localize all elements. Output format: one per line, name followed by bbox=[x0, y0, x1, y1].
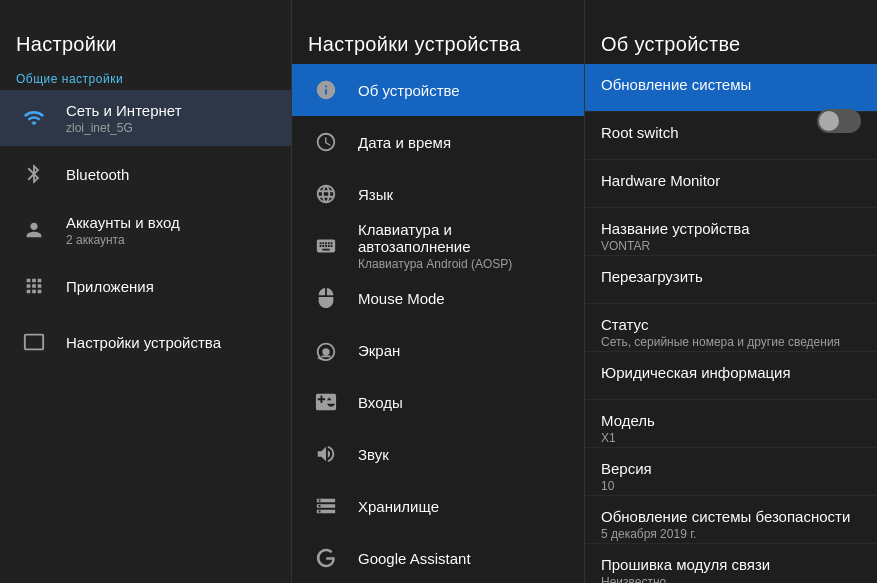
right-item-firmware[interactable]: Прошивка модуля связи Неизвестно bbox=[585, 544, 877, 583]
language-title: Язык bbox=[358, 186, 393, 203]
mid-item-keyboard[interactable]: Клавиатура и автозаполнение Клавиатура A… bbox=[292, 220, 584, 272]
version-value: 10 bbox=[601, 479, 861, 493]
storage-text: Хранилище bbox=[358, 498, 439, 515]
left-panel: Настройки Общие настройки Сеть и Интерне… bbox=[0, 0, 292, 583]
status-subtitle: Сеть, серийные номера и другие сведения bbox=[601, 335, 861, 349]
inputs-icon bbox=[308, 384, 344, 420]
mid-item-datetime[interactable]: Дата и время bbox=[292, 116, 584, 168]
mid-item-sound[interactable]: Звук bbox=[292, 428, 584, 480]
right-item-root-switch[interactable]: Root switch bbox=[585, 112, 877, 160]
network-text: Сеть и Интернет zloi_inet_5G bbox=[66, 102, 182, 135]
mid-item-storage[interactable]: Хранилище bbox=[292, 480, 584, 532]
datetime-text: Дата и время bbox=[358, 134, 451, 151]
google-icon bbox=[308, 540, 344, 576]
sidebar-item-apps[interactable]: Приложения bbox=[0, 258, 291, 314]
mid-item-language[interactable]: Язык bbox=[292, 168, 584, 220]
root-switch-toggle[interactable] bbox=[817, 109, 861, 133]
clock-icon bbox=[308, 124, 344, 160]
system-update-title: Обновление системы bbox=[601, 76, 861, 93]
info-icon bbox=[308, 72, 344, 108]
model-title: Модель bbox=[601, 412, 861, 429]
security-update-date: 5 декабря 2019 г. bbox=[601, 527, 861, 541]
legal-title: Юридическая информация bbox=[601, 364, 861, 381]
google-text: Google Assistant bbox=[358, 550, 471, 567]
right-item-device-name[interactable]: Название устройства VONTAR bbox=[585, 208, 877, 256]
right-panel-header: Об устройстве bbox=[585, 0, 877, 64]
datetime-title: Дата и время bbox=[358, 134, 451, 151]
screen-text: Экран bbox=[358, 342, 400, 359]
right-item-status[interactable]: Статус Сеть, серийные номера и другие св… bbox=[585, 304, 877, 352]
keyboard-text: Клавиатура и автозаполнение Клавиатура A… bbox=[358, 221, 568, 271]
language-text: Язык bbox=[358, 186, 393, 203]
sidebar-item-device-settings[interactable]: Настройки устройства bbox=[0, 314, 291, 370]
mid-panel: Настройки устройства Об устройстве Дата … bbox=[292, 0, 585, 583]
google-title: Google Assistant bbox=[358, 550, 471, 567]
security-update-title: Обновление системы безопасности bbox=[601, 508, 861, 525]
keyboard-icon bbox=[308, 228, 344, 264]
left-panel-title: Настройки bbox=[16, 33, 117, 56]
sidebar-item-network[interactable]: Сеть и Интернет zloi_inet_5G bbox=[0, 90, 291, 146]
device-settings-icon bbox=[16, 324, 52, 360]
storage-title: Хранилище bbox=[358, 498, 439, 515]
language-icon bbox=[308, 176, 344, 212]
bluetooth-title: Bluetooth bbox=[66, 166, 129, 183]
mid-panel-title: Настройки устройства bbox=[308, 33, 521, 56]
hardware-monitor-title: Hardware Monitor bbox=[601, 172, 861, 189]
left-panel-header: Настройки bbox=[0, 0, 291, 64]
about-text: Об устройстве bbox=[358, 82, 460, 99]
right-panel-title: Об устройстве bbox=[601, 33, 741, 56]
sidebar-item-accounts[interactable]: Аккаунты и вход 2 аккаунта bbox=[0, 202, 291, 258]
network-icon bbox=[16, 100, 52, 136]
right-item-model[interactable]: Модель X1 bbox=[585, 400, 877, 448]
right-item-reboot[interactable]: Перезагрузить bbox=[585, 256, 877, 304]
mouse-text: Mouse Mode bbox=[358, 290, 445, 307]
mid-item-about[interactable]: Об устройстве bbox=[292, 64, 584, 116]
bluetooth-icon bbox=[16, 156, 52, 192]
mid-item-screen[interactable]: Экран bbox=[292, 324, 584, 376]
keyboard-title: Клавиатура и автозаполнение bbox=[358, 221, 568, 255]
toggle-knob bbox=[819, 111, 839, 131]
sound-text: Звук bbox=[358, 446, 389, 463]
right-item-security-update[interactable]: Обновление системы безопасности 5 декабр… bbox=[585, 496, 877, 544]
right-item-legal[interactable]: Юридическая информация bbox=[585, 352, 877, 400]
mid-panel-header: Настройки устройства bbox=[292, 0, 584, 64]
mouse-icon bbox=[308, 280, 344, 316]
mid-item-inputs[interactable]: Входы bbox=[292, 376, 584, 428]
root-switch-row: Root switch bbox=[601, 124, 861, 141]
screen-title: Экран bbox=[358, 342, 400, 359]
screen-icon bbox=[308, 332, 344, 368]
firmware-title: Прошивка модуля связи bbox=[601, 556, 861, 573]
sound-icon bbox=[308, 436, 344, 472]
accounts-title: Аккаунты и вход bbox=[66, 214, 180, 231]
apps-text: Приложения bbox=[66, 278, 154, 295]
model-value: X1 bbox=[601, 431, 861, 445]
right-item-hardware-monitor[interactable]: Hardware Monitor bbox=[585, 160, 877, 208]
accounts-subtitle: 2 аккаунта bbox=[66, 233, 180, 247]
about-title: Об устройстве bbox=[358, 82, 460, 99]
inputs-text: Входы bbox=[358, 394, 403, 411]
firmware-value: Неизвестно bbox=[601, 575, 861, 583]
version-title: Версия bbox=[601, 460, 861, 477]
mid-item-google[interactable]: Google Assistant bbox=[292, 532, 584, 583]
device-settings-title: Настройки устройства bbox=[66, 334, 221, 351]
bluetooth-text: Bluetooth bbox=[66, 166, 129, 183]
network-title: Сеть и Интернет bbox=[66, 102, 182, 119]
status-title: Статус bbox=[601, 316, 861, 333]
sound-title: Звук bbox=[358, 446, 389, 463]
sidebar-item-bluetooth[interactable]: Bluetooth bbox=[0, 146, 291, 202]
reboot-title: Перезагрузить bbox=[601, 268, 861, 285]
accounts-icon bbox=[16, 212, 52, 248]
apps-icon bbox=[16, 268, 52, 304]
section-label: Общие настройки bbox=[0, 64, 291, 90]
device-name-value: VONTAR bbox=[601, 239, 861, 253]
accounts-text: Аккаунты и вход 2 аккаунта bbox=[66, 214, 180, 247]
mouse-title: Mouse Mode bbox=[358, 290, 445, 307]
storage-icon bbox=[308, 488, 344, 524]
right-panel: Об устройстве Обновление системы Root sw… bbox=[585, 0, 877, 583]
keyboard-subtitle: Клавиатура Android (AOSP) bbox=[358, 257, 568, 271]
right-item-system-update[interactable]: Обновление системы bbox=[585, 64, 877, 112]
right-item-version[interactable]: Версия 10 bbox=[585, 448, 877, 496]
inputs-title: Входы bbox=[358, 394, 403, 411]
mid-item-mouse[interactable]: Mouse Mode bbox=[292, 272, 584, 324]
device-settings-text: Настройки устройства bbox=[66, 334, 221, 351]
